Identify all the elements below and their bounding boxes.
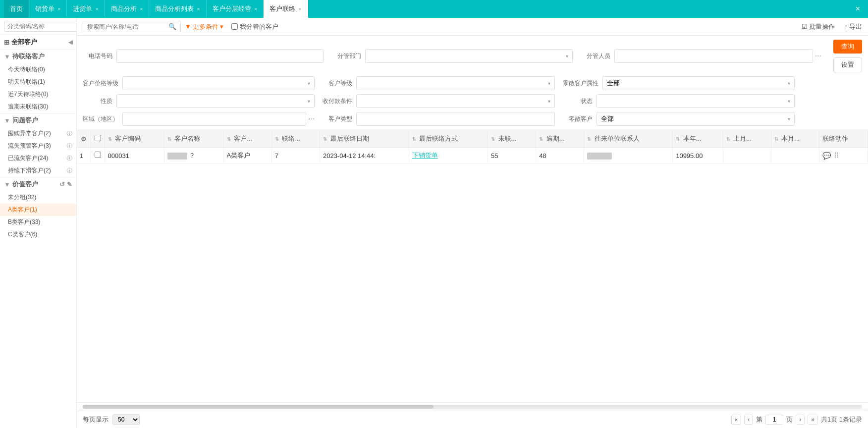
row-name-question: ？: [189, 152, 195, 159]
settings-button[interactable]: 设置: [833, 57, 862, 72]
nav-tab-customer-tier[interactable]: 客户分层经营 ×: [207, 0, 264, 18]
today-label: 今天待联络(0): [8, 65, 72, 74]
sidebar-search-input[interactable]: [4, 21, 77, 32]
row-actions-container: 💬 ⠿: [822, 152, 865, 160]
pending-contact-label: 待联络客户: [12, 52, 45, 61]
close-goods-analysis-icon[interactable]: ×: [140, 6, 143, 12]
filter-search-input[interactable]: [87, 23, 166, 30]
nature-label: 性质: [83, 97, 112, 106]
th-contact-count: ⇅ 联络...: [271, 130, 320, 148]
info-icon-1: ⓘ: [67, 130, 72, 137]
region-dots-icon[interactable]: ···: [308, 114, 315, 123]
query-button[interactable]: 查询: [833, 40, 862, 54]
sidebar-item-lost[interactable]: 已流失客户(24) ⓘ: [0, 152, 76, 164]
problem-customers-label: 问题客户: [12, 116, 38, 125]
customer-type-input[interactable]: [356, 112, 554, 126]
value-customers-header[interactable]: ▼ 价值客户 ↺ ✎: [0, 177, 76, 191]
filter-search-icon[interactable]: 🔍: [168, 23, 176, 30]
close-sales-icon[interactable]: ×: [57, 6, 60, 12]
phone-input[interactable]: [116, 49, 324, 63]
payment-field: 收付款条件 ▾: [323, 94, 554, 108]
row-name-blur: [167, 153, 187, 160]
problem-customers-header[interactable]: ▼ 问题客户: [0, 113, 76, 127]
sidebar-item-7days[interactable]: 近7天待联络(0): [0, 88, 76, 101]
more-filters-button[interactable]: ▼ 更多条件 ▾: [185, 22, 223, 31]
nav-tab-customer-contact[interactable]: 客户联络 ×: [264, 0, 308, 18]
th-last-contact-method: ⇅ 最后联络方式: [409, 130, 488, 148]
nature-select[interactable]: ▾: [116, 94, 315, 108]
sort-type-icon: ⇅: [227, 136, 231, 142]
sidebar-item-declining[interactable]: 持续下滑客户(2) ⓘ: [0, 164, 76, 177]
region-input[interactable]: [122, 112, 306, 126]
retail-customer-value: 全部: [601, 114, 614, 123]
sidebar-search-area: 🔍: [0, 18, 76, 35]
row-checkbox[interactable]: [95, 152, 101, 158]
nav-tab-goods-analysis[interactable]: 商品分析 ×: [105, 0, 149, 18]
customer-level-select[interactable]: ▾: [356, 76, 554, 90]
nav-tab-home[interactable]: 首页: [4, 0, 29, 18]
sidebar-item-class-c[interactable]: C类客户(6): [0, 228, 76, 241]
gear-icon[interactable]: ⚙: [81, 135, 87, 143]
sidebar-item-class-a[interactable]: A类客户(1): [0, 204, 76, 216]
sidebar-item-ungraded[interactable]: 未分组(32): [0, 191, 76, 204]
sidebar-item-today[interactable]: 今天待联络(0): [0, 63, 76, 76]
batch-operation-button[interactable]: ☑ 批量操作: [802, 22, 835, 31]
next-page-button[interactable]: ›: [796, 415, 805, 425]
edit-icon[interactable]: ✎: [67, 181, 72, 188]
th-actions: 联络动作: [819, 130, 868, 148]
first-page-button[interactable]: «: [731, 415, 742, 425]
manager-dots-icon[interactable]: ···: [815, 52, 821, 60]
nav-tab-purchase[interactable]: 进货单 ×: [67, 0, 105, 18]
last-page-button[interactable]: »: [808, 415, 818, 425]
export-button[interactable]: ↑ 导出: [845, 22, 863, 31]
my-customers-checkbox[interactable]: [231, 23, 238, 30]
close-customer-tier-icon[interactable]: ×: [254, 6, 257, 12]
nav-tab-goods-analysis-list[interactable]: 商品分析列表 ×: [149, 0, 206, 18]
chat-action-icon[interactable]: 💬: [822, 152, 831, 160]
sidebar-item-hoarding[interactable]: 囤购异常客户(2) ⓘ: [0, 127, 76, 140]
table-header-row: ⚙ ⇅ 客户编码 ⇅ 客户名称: [77, 130, 868, 148]
refresh-icon[interactable]: ↺: [59, 181, 65, 188]
close-goods-analysis-list-icon[interactable]: ×: [197, 6, 200, 12]
sort-last-method-icon: ⇅: [412, 136, 416, 142]
overdue-label: 逾期未联络(30): [8, 103, 72, 111]
nav-tab-sales[interactable]: 销货单 ×: [29, 0, 67, 18]
sidebar-item-lost-warning[interactable]: 流失预警客户(3) ⓘ: [0, 140, 76, 152]
pending-contact-header[interactable]: ▼ 待联络客户: [0, 49, 76, 63]
price-level-select[interactable]: ▾: [122, 76, 315, 90]
page-input[interactable]: [765, 415, 783, 425]
filter-search-box: 🔍: [83, 21, 181, 32]
th-name-label: 客户名称: [174, 135, 200, 142]
scroll-thumb[interactable]: [83, 405, 434, 409]
td-overdue: 48: [536, 148, 584, 164]
td-this-month: [771, 148, 819, 164]
td-this-year: 10995.00: [673, 148, 723, 164]
sidebar-item-class-b[interactable]: B类客户(33): [0, 216, 76, 228]
sidebar-item-tomorrow[interactable]: 明天待联络(1): [0, 76, 76, 88]
close-customer-contact-icon[interactable]: ×: [298, 6, 301, 12]
row-last-method-link[interactable]: 下销货单: [412, 152, 438, 159]
all-customers-header[interactable]: ⊞ 全部客户 ◀: [0, 35, 76, 49]
more-action-icon[interactable]: ⠿: [834, 152, 839, 160]
checkbox-icon: ☑: [802, 23, 808, 30]
sidebar-item-overdue[interactable]: 逾期未联络(30): [0, 101, 76, 113]
td-name: ？: [164, 148, 223, 164]
horizontal-scrollbar[interactable]: [77, 402, 868, 411]
th-overdue-label: 逾期...: [546, 135, 565, 142]
sales-label: 销货单: [35, 4, 54, 13]
status-select[interactable]: ▾: [597, 94, 795, 108]
manager-input[interactable]: [614, 49, 813, 63]
retail-attr-select[interactable]: 全部 ▾: [602, 76, 795, 90]
th-this-month: ⇅ 本月...: [771, 130, 819, 148]
declining-label: 持续下滑客户(2): [8, 166, 65, 175]
select-all-checkbox[interactable]: [95, 135, 101, 141]
per-page-select[interactable]: 50 100 200: [112, 414, 140, 425]
close-purchase-icon[interactable]: ×: [95, 6, 98, 12]
per-page-label: 每页显示: [83, 415, 108, 424]
prev-page-button[interactable]: ‹: [744, 415, 753, 425]
close-all-button[interactable]: ×: [852, 4, 864, 13]
retail-customer-select[interactable]: 全部 ▾: [597, 112, 795, 126]
th-type: ⇅ 客户...: [223, 130, 271, 148]
payment-select[interactable]: ▾: [356, 94, 554, 108]
dept-select[interactable]: ▾: [365, 49, 572, 63]
